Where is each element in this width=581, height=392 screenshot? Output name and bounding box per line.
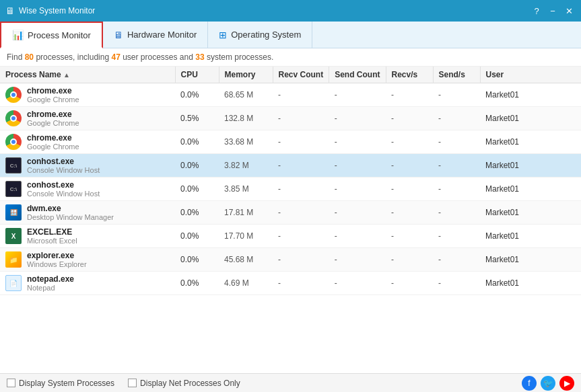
process-recvs-6: - [386,225,433,248]
sort-arrow-name: ▲ [63,71,70,79]
process-exe-2: chrome.exe [27,133,79,143]
process-exe-6: EXCEL.EXE [27,227,77,237]
process-recvs-1: - [386,107,433,130]
process-desc-1: Google Chrome [27,119,79,127]
process-user-2: Market01 [480,130,581,154]
table-row[interactable]: 📁 explorer.exe Windows Explorer 0.0% 45.… [0,248,581,272]
table-row[interactable]: chrome.exe Google Chrome 0.0% 33.68 M - … [0,130,581,154]
process-memory-8: 4.69 M [219,272,273,295]
youtube-button[interactable]: ▶ [559,376,574,391]
process-send-count-6: - [329,225,386,248]
display-system-processes-checkbox[interactable] [7,379,15,387]
col-header-cpu[interactable]: CPU [175,67,219,83]
process-user-3: Market01 [480,154,581,178]
col-header-send-count[interactable]: Send Count [329,67,386,83]
minimize-button[interactable]: − [546,4,559,17]
display-net-processes-label: Display Net Processes Only [140,379,240,388]
process-cpu-6: 0.0% [175,225,219,248]
tab-operating-system[interactable]: ⊞ Operating System [208,22,312,48]
info-find: Find [7,52,25,62]
process-name-cell-0: chrome.exe Google Chrome [0,83,175,107]
table-row[interactable]: 📄 notepad.exe Notepad 0.0% 4.69 M - - - … [0,272,581,295]
process-send-count-4: - [329,178,386,201]
process-memory-2: 33.68 M [219,130,273,154]
process-recvs-7: - [386,248,433,272]
info-user-text: user processes and [123,52,195,62]
help-button[interactable]: ? [530,4,543,17]
table-row[interactable]: chrome.exe Google Chrome 0.0% 68.65 M - … [0,83,581,107]
tab-process-monitor[interactable]: 📊 Process Monitor [0,22,103,48]
process-recv-count-3: - [273,154,329,178]
twitter-button[interactable]: 🐦 [541,376,555,391]
process-name-cell-8: 📄 notepad.exe Notepad [0,272,175,295]
process-name-cell-6: X EXCEL.EXE Microsoft Excel [0,225,175,248]
explorer-icon: 📁 [5,251,22,268]
excel-icon: X [5,228,22,244]
process-sends-2: - [433,130,480,154]
social-buttons: f 🐦 ▶ [522,376,574,391]
process-recvs-3: - [386,154,433,178]
process-name-cell-4: C:\ conhost.exe Console Window Host [0,178,175,201]
col-header-recv-count[interactable]: Recv Count [273,67,329,83]
process-cpu-2: 0.0% [175,130,219,154]
tab-hardware-monitor[interactable]: 🖥 Hardware Monitor [103,22,208,48]
process-sends-0: - [433,83,480,107]
process-desc-8: Notepad [27,284,74,292]
process-monitor-icon: 📊 [12,30,24,40]
process-table: Process Name ▲ CPU Memory Recv Count Sen… [0,67,581,295]
process-user-7: Market01 [480,248,581,272]
process-name-cell-1: chrome.exe Google Chrome [0,107,175,130]
table-row[interactable]: 🪟 dwm.exe Desktop Window Manager 0.0% 17… [0,201,581,225]
tab-bar: 📊 Process Monitor 🖥 Hardware Monitor ⊞ O… [0,22,581,48]
process-memory-3: 3.82 M [219,154,273,178]
process-recvs-0: - [386,83,433,107]
process-user-1: Market01 [480,107,581,130]
app-title: Wise System Monitor [19,6,95,15]
facebook-button[interactable]: f [522,376,537,391]
col-header-memory[interactable]: Memory [219,67,273,83]
process-cpu-4: 0.0% [175,178,219,201]
table-row[interactable]: C:\ conhost.exe Console Window Host 0.0%… [0,178,581,201]
table-row[interactable]: X EXCEL.EXE Microsoft Excel 0.0% 17.70 M… [0,225,581,248]
status-left: Display System Processes Display Net Pro… [7,379,240,388]
title-bar-controls: ? − ✕ [530,4,576,17]
process-recvs-8: - [386,272,433,295]
process-cpu-0: 0.0% [175,83,219,107]
title-bar-left: 🖥 Wise System Monitor [5,5,95,16]
process-desc-3: Console Window Host [27,166,100,174]
process-recv-count-5: - [273,201,329,225]
display-net-processes-item[interactable]: Display Net Processes Only [128,379,240,388]
process-send-count-8: - [329,272,386,295]
process-user-5: Market01 [480,201,581,225]
chrome-icon [5,134,22,150]
process-list: chrome.exe Google Chrome 0.0% 68.65 M - … [0,83,581,295]
table-row[interactable]: C:\ conhost.exe Console Window Host 0.0%… [0,154,581,178]
process-name-cell-2: chrome.exe Google Chrome [0,130,175,154]
col-header-recvs[interactable]: Recv/s [386,67,433,83]
process-user-0: Market01 [480,83,581,107]
tab-hardware-monitor-label: Hardware Monitor [127,30,197,40]
process-cpu-8: 0.0% [175,272,219,295]
process-name-cell-3: C:\ conhost.exe Console Window Host [0,154,175,178]
process-cpu-3: 0.0% [175,154,219,178]
process-exe-7: explorer.exe [27,251,87,260]
process-exe-5: dwm.exe [27,204,114,213]
tab-operating-system-label: Operating System [231,30,301,40]
col-header-name[interactable]: Process Name ▲ [0,67,175,83]
process-cpu-5: 0.0% [175,201,219,225]
process-recv-count-2: - [273,130,329,154]
display-net-processes-checkbox[interactable] [128,379,137,387]
display-system-processes-item[interactable]: Display System Processes [7,379,114,388]
process-recv-count-0: - [273,83,329,107]
process-desc-7: Windows Explorer [27,260,87,268]
process-send-count-7: - [329,248,386,272]
col-header-user[interactable]: User [480,67,581,83]
process-sends-6: - [433,225,480,248]
process-user-4: Market01 [480,178,581,201]
process-sends-4: - [433,178,480,201]
process-memory-4: 3.85 M [219,178,273,201]
col-header-sends[interactable]: Send/s [433,67,480,83]
close-button[interactable]: ✕ [562,4,576,17]
table-row[interactable]: chrome.exe Google Chrome 0.5% 132.8 M - … [0,107,581,130]
process-desc-5: Desktop Window Manager [27,213,114,221]
